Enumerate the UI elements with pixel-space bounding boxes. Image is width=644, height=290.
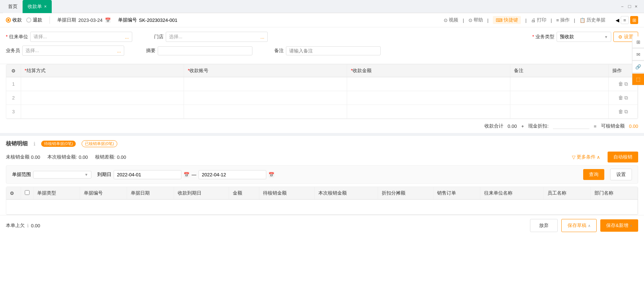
partner-dots[interactable]: ...: [125, 34, 129, 40]
view-toggle: ◀ ≡ ⊞: [616, 16, 638, 24]
partner-label: 往来单位: [6, 34, 28, 40]
col-checkbox[interactable]: [21, 187, 33, 200]
sidebar-mail-icon[interactable]: ✉: [632, 49, 644, 60]
info-icon-footer: ℹ: [27, 223, 29, 228]
total-footer-value: 0.00: [31, 223, 40, 228]
calendar-icon[interactable]: 📅: [105, 17, 111, 23]
copy-icon-2[interactable]: ⧉: [624, 95, 628, 101]
close-window-icon[interactable]: ×: [635, 4, 637, 9]
store-dots[interactable]: ...: [260, 34, 264, 40]
prev-icon[interactable]: ◀: [616, 17, 619, 23]
sidebar-scan-icon[interactable]: ⬚: [632, 74, 644, 85]
footer-bar: 本单上欠 ℹ 0.00 放弃 保存草稿 ∧ 保存&新增 ∧: [0, 215, 644, 236]
col-doc-date: 单据日期: [127, 187, 174, 200]
date-from-input[interactable]: [114, 170, 181, 179]
remark-cell-3[interactable]: [510, 105, 609, 119]
select-all-checkbox[interactable]: [25, 190, 30, 195]
right-sidebar: ⊞ ✉ 🔗 ⬚: [632, 36, 644, 85]
business-type-label: 业务类型: [532, 34, 554, 40]
auto-verify-button[interactable]: 自动核销: [608, 152, 638, 162]
tab-home[interactable]: 首页: [3, 0, 23, 13]
range-select[interactable]: ▼: [33, 171, 91, 179]
done-badge[interactable]: 已核销单据(0笔): [82, 140, 117, 147]
amount-cell-1[interactable]: [347, 77, 510, 91]
account-cell-3[interactable]: [184, 105, 347, 119]
grid-view-btn[interactable]: ⊞: [630, 16, 638, 24]
diff-value: 0.00: [117, 154, 126, 160]
date-field: 单据日期 2023-03-24 📅: [57, 17, 111, 23]
sidebar-link-icon[interactable]: 🔗: [632, 61, 644, 73]
business-type-select[interactable]: 预收款 ▼: [557, 32, 611, 42]
main-table: ⚙ *结算方式 *收款账号 *收款金额 备注 操作 1 🗑: [6, 64, 638, 119]
query-button[interactable]: 查询: [583, 169, 604, 180]
summary-field: 摘要: [146, 46, 252, 55]
net-value: 0.00: [629, 124, 638, 129]
col-staff-name: 员工名称: [544, 187, 591, 200]
staff-input[interactable]: 选择... ...: [22, 46, 124, 56]
info-icon[interactable]: ℹ: [34, 141, 35, 147]
print-link[interactable]: 🖨 打印: [531, 17, 546, 23]
bottom-table: ⚙ 单据类型 单据编号 单据日期 收款到期日 金额 待核销金额 本次核销金额 折…: [6, 187, 638, 215]
save-new-button[interactable]: 保存&新增 ∧: [600, 219, 638, 232]
draft-chevron-icon: ∧: [588, 224, 590, 228]
summary-input[interactable]: [158, 46, 252, 55]
table-gear-header[interactable]: ⚙: [6, 64, 21, 77]
col-gear[interactable]: ⚙: [6, 187, 21, 200]
account-cell-2[interactable]: [184, 91, 347, 105]
window-controls: － □ ×: [620, 3, 641, 10]
col-due-date: 收款到期日: [174, 187, 229, 200]
account-cell-1[interactable]: [184, 77, 347, 91]
toolbar-row: 收款 退款 单据日期 2023-03-24 📅 单据编号 SK-20230324…: [0, 13, 644, 27]
help-link[interactable]: ⊙ 帮助: [468, 17, 483, 23]
settlement-cell-2[interactable]: [21, 91, 184, 105]
current-value: 0.00: [79, 154, 88, 160]
shortcut-link[interactable]: ⌨ 快捷键: [493, 16, 521, 24]
receipt-radio[interactable]: 收款: [6, 17, 22, 23]
partner-input[interactable]: 请择... ...: [30, 32, 132, 42]
date-to-input[interactable]: [199, 170, 266, 179]
save-draft-button[interactable]: 保存草稿 ∧: [561, 219, 597, 232]
refund-radio[interactable]: 退款: [26, 17, 42, 23]
calendar-from-icon[interactable]: 📅: [184, 172, 189, 177]
remark-input[interactable]: [286, 46, 381, 55]
col-current-verify: 本次核销金额: [314, 187, 378, 200]
delete-icon-2[interactable]: 🗑: [618, 95, 623, 101]
remark-cell-1[interactable]: [510, 77, 609, 91]
bottom-table-container: ⚙ 单据类型 单据编号 单据日期 收款到期日 金额 待核销金额 本次核销金额 折…: [6, 187, 638, 215]
date-range-field: 到期日 📅 — 📅: [97, 170, 274, 179]
business-type-field: 业务类型 预收款 ▼ ⚙ 设置: [290, 32, 638, 42]
staff-field: 业务员 选择... ...: [6, 46, 124, 56]
discount-input[interactable]: [553, 123, 589, 129]
copy-icon-3[interactable]: ⧉: [624, 109, 628, 114]
delete-icon-1[interactable]: 🗑: [618, 81, 623, 87]
operation-link[interactable]: ≡ 操作: [556, 17, 570, 23]
partner-field: 往来单位 请择... ...: [6, 32, 132, 42]
more-conditions-btn[interactable]: ▽ 更多条件 ∧: [572, 154, 600, 160]
query-settings-button[interactable]: 设置: [610, 169, 632, 180]
col-discount: 折扣分摊额: [378, 187, 433, 200]
video-link[interactable]: ⊙ 视频: [444, 17, 458, 23]
store-input[interactable]: 选择... ...: [166, 32, 268, 42]
minimize-icon[interactable]: －: [620, 3, 625, 10]
history-link[interactable]: 📋 历史单据: [580, 17, 605, 23]
col-amount: 金额: [229, 187, 259, 200]
form-row-2: 业务员 选择... ... 摘要 备注: [6, 46, 638, 56]
staff-label: 业务员: [6, 47, 20, 54]
remark-cell-2[interactable]: [510, 91, 609, 105]
amount-cell-3[interactable]: [347, 105, 510, 119]
calendar-to-icon[interactable]: 📅: [268, 172, 274, 177]
tab-receipt[interactable]: 收款单 ×: [23, 0, 52, 13]
settlement-cell-3[interactable]: [21, 105, 184, 119]
pending-badge[interactable]: 待核销单据(0笔): [41, 141, 76, 147]
action-cell-2: 🗑 ⧉: [609, 91, 638, 105]
delete-icon-3[interactable]: 🗑: [618, 109, 623, 114]
maximize-icon[interactable]: □: [628, 4, 631, 9]
copy-icon-1[interactable]: ⧉: [624, 81, 628, 87]
list-view-btn[interactable]: ≡: [621, 16, 629, 24]
close-tab-icon[interactable]: ×: [44, 4, 47, 9]
settlement-cell-1[interactable]: [21, 77, 184, 91]
discard-button[interactable]: 放弃: [530, 219, 558, 232]
sidebar-table-icon[interactable]: ⊞: [632, 36, 644, 48]
staff-dots[interactable]: ...: [117, 48, 121, 54]
amount-cell-2[interactable]: [347, 91, 510, 105]
